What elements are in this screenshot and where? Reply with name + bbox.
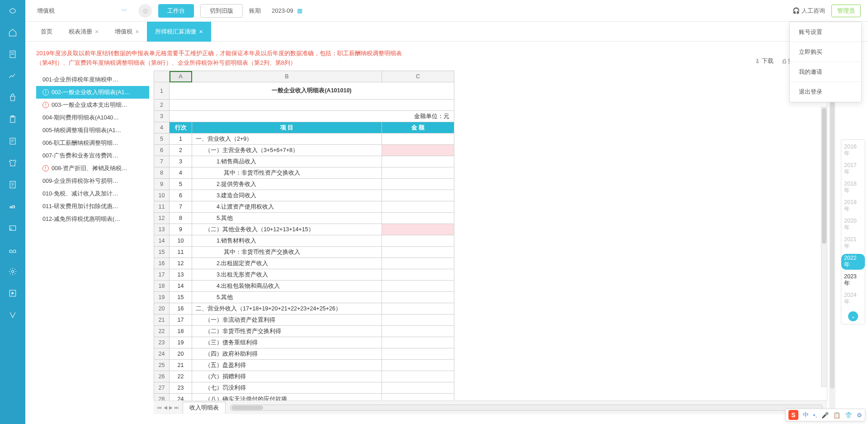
nav-first-icon[interactable]: ⏮	[157, 405, 162, 410]
year-option[interactable]: 2024年	[841, 291, 865, 307]
row-header[interactable]: 12	[154, 213, 170, 224]
amount-cell[interactable]	[382, 326, 454, 337]
project-cell[interactable]: 1.销售商品收入	[192, 156, 382, 167]
sheet-hscroll[interactable]	[230, 405, 823, 411]
row-header[interactable]: 23	[154, 337, 170, 348]
row-num-cell[interactable]: 23	[170, 382, 192, 394]
row-header[interactable]: 26	[154, 371, 170, 382]
project-cell[interactable]: 其中：非货币性资产交换收入	[192, 247, 382, 258]
rail-steam-icon[interactable]	[7, 201, 18, 212]
doc-item-1[interactable]: !002-一般企业收入明细表(A1…	[36, 86, 149, 99]
rail-doc-icon[interactable]	[7, 49, 18, 60]
tab-0[interactable]: 首页	[33, 22, 61, 42]
year-option[interactable]: 2021年	[841, 235, 865, 251]
row-header[interactable]: 21	[154, 314, 170, 326]
ime-item[interactable]: 中	[803, 411, 809, 419]
sheet-vscroll[interactable]	[821, 107, 827, 387]
row-header[interactable]: 19	[154, 292, 170, 303]
row-header[interactable]: 18	[154, 281, 170, 292]
doc-item-4[interactable]: 005-纳税调整项目明细表(A1…	[36, 124, 149, 137]
tab-1[interactable]: 税表清册×	[61, 22, 107, 42]
tab-2[interactable]: 增值税×	[107, 22, 147, 42]
row-header[interactable]: 5	[154, 133, 170, 145]
sheet-tab[interactable]: 收入明细表	[183, 402, 226, 414]
content-vscroll[interactable]	[829, 87, 835, 421]
row-header[interactable]: 4	[154, 122, 170, 133]
nav-next-icon[interactable]: ▶	[169, 405, 173, 410]
amount-cell[interactable]	[382, 281, 454, 292]
project-cell[interactable]: 2.出租固定资产收入	[192, 258, 382, 269]
amount-cell[interactable]	[382, 303, 454, 314]
project-cell[interactable]: （五）盘盈利得	[192, 360, 382, 371]
module-select[interactable]: 增值税 ﹀	[33, 4, 132, 18]
year-more-icon[interactable]: ⌄	[848, 311, 858, 321]
row-num-cell[interactable]: 16	[170, 303, 192, 314]
col-header[interactable]: A	[170, 71, 192, 82]
amount-cell[interactable]	[382, 224, 454, 235]
project-cell[interactable]: 二、营业外收入（17+18+19+20+21+22+23+24+25+26）	[192, 303, 382, 314]
amount-cell[interactable]	[382, 258, 454, 269]
row-header[interactable]: 25	[154, 360, 170, 371]
switch-old-button[interactable]: 切到旧版	[200, 4, 243, 18]
row-header[interactable]: 7	[154, 156, 170, 167]
period-picker[interactable]: 2023-09 ▦	[267, 4, 307, 18]
project-cell[interactable]: （三）债务重组利得	[192, 337, 382, 348]
project-cell[interactable]: 3.出租无形资产收入	[192, 269, 382, 281]
rail-chart-icon[interactable]	[7, 71, 18, 81]
rail-receipt-icon[interactable]	[7, 179, 18, 190]
row-num-cell[interactable]: 20	[170, 348, 192, 360]
row-num-cell[interactable]: 24	[170, 394, 192, 401]
ime-mic-icon[interactable]: 🎤	[821, 412, 829, 419]
doc-item-9[interactable]: 010-免税、减计收入及加计…	[36, 187, 149, 200]
ime-logo[interactable]: S	[788, 410, 798, 420]
row-num-cell[interactable]: 3	[170, 156, 192, 167]
rail-inbox-icon[interactable]	[7, 244, 18, 255]
row-num-cell[interactable]: 5	[170, 179, 192, 190]
row-header[interactable]: 3	[154, 111, 170, 122]
row-num-cell[interactable]: 21	[170, 360, 192, 371]
rail-book-icon[interactable]	[7, 136, 18, 147]
row-num-cell[interactable]: 10	[170, 235, 192, 247]
row-header[interactable]: 28	[154, 394, 170, 401]
admin-button[interactable]: 管理员	[831, 5, 861, 17]
doc-item-11[interactable]: 012-减免所得税优惠明细表(…	[36, 213, 149, 225]
row-num-cell[interactable]: 11	[170, 247, 192, 258]
rail-shirt-icon[interactable]	[7, 157, 18, 168]
doc-item-7[interactable]: !008-资产折旧、摊销及纳税…	[36, 162, 149, 175]
rail-bag-icon[interactable]	[7, 92, 18, 103]
amount-cell[interactable]	[382, 314, 454, 326]
row-num-cell[interactable]: 2	[170, 145, 192, 156]
nav-last-icon[interactable]: ⏭	[175, 405, 179, 410]
row-header[interactable]: 14	[154, 235, 170, 247]
amount-cell[interactable]	[382, 394, 454, 401]
cell[interactable]	[170, 100, 454, 111]
year-option[interactable]: 2023年	[841, 272, 865, 288]
doc-item-6[interactable]: 007-广告费和业务宣传费跨…	[36, 149, 149, 162]
dropdown-item-2[interactable]: 我的邀请	[790, 62, 861, 82]
row-num-cell[interactable]: 1	[170, 133, 192, 145]
project-cell[interactable]: 4.出租包装物和商品收入	[192, 281, 382, 292]
project-cell[interactable]: 1.销售材料收入	[192, 235, 382, 247]
row-header[interactable]: 9	[154, 179, 170, 190]
row-header[interactable]: 27	[154, 382, 170, 394]
doc-item-2[interactable]: !003-一般企业成本支出明细…	[36, 99, 149, 111]
project-cell[interactable]: 3.建造合同收入	[192, 190, 382, 201]
close-icon[interactable]: ×	[199, 28, 203, 35]
row-header[interactable]: 16	[154, 258, 170, 269]
amount-cell[interactable]	[382, 190, 454, 201]
amount-cell[interactable]	[382, 156, 454, 167]
project-cell[interactable]: （二）其他业务收入（10+12+13+14+15）	[192, 224, 382, 235]
year-option[interactable]: 2016年	[841, 143, 865, 158]
nav-prev-icon[interactable]: ◀	[164, 405, 167, 410]
dropdown-item-0[interactable]: 账号设置	[790, 22, 861, 42]
project-cell[interactable]: （二）非货币性资产交换利得	[192, 326, 382, 337]
row-num-cell[interactable]: 8	[170, 213, 192, 224]
row-num-cell[interactable]: 17	[170, 314, 192, 326]
project-cell[interactable]: （八）确实无法偿付的应付款项	[192, 394, 382, 401]
dropdown-item-3[interactable]: 退出登录	[790, 82, 861, 102]
amount-cell[interactable]	[382, 371, 454, 382]
close-icon[interactable]: ×	[95, 28, 99, 35]
rail-gear-icon[interactable]	[7, 266, 18, 277]
amount-cell[interactable]	[382, 167, 454, 179]
ime-item[interactable]: •,	[813, 412, 817, 419]
